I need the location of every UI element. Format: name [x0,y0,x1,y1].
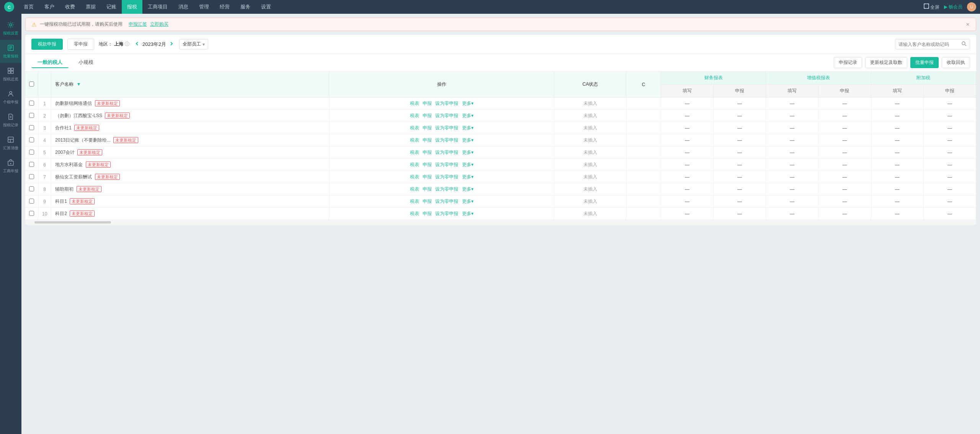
tab-small-scale[interactable]: 小规模 [72,57,100,68]
op-more-6[interactable]: 更多▾ [462,174,474,179]
tab-tax-declare[interactable]: 税款申报 [31,39,63,50]
sidebar-item-calc-clear[interactable]: 汇算清缴 [0,132,21,155]
search-icon[interactable] [961,41,967,47]
row-checkbox-3[interactable] [29,137,34,142]
op-taxform-3[interactable]: 税表 [410,137,419,143]
nav-message[interactable]: 消息 [173,0,194,14]
op-taxform-6[interactable]: 税表 [410,174,419,179]
row-checkbox-2[interactable] [29,125,34,130]
collect-return-btn[interactable]: 收取回执 [942,57,970,68]
fullscreen-btn[interactable]: 全屏 [924,3,939,11]
tab-general-taxpayer[interactable]: 一般的税人 [31,57,69,68]
nav-invoice[interactable]: 票据 [80,0,101,14]
row-checkbox-5[interactable] [29,162,34,167]
op-declare-6[interactable]: 申报 [423,174,432,179]
op-declare-1[interactable]: 申报 [423,113,432,118]
op-zerodeclare-8[interactable]: 设为零申报 [435,199,458,204]
update-quota-btn[interactable]: 更新核定及取数 [865,57,907,68]
row-checkbox-9[interactable] [29,211,34,216]
op-declare-8[interactable]: 申报 [423,199,432,204]
op-taxform-7[interactable]: 税表 [410,186,419,192]
op-zerodeclare-6[interactable]: 设为零申报 [435,174,458,179]
op-declare-7[interactable]: 申报 [423,186,432,192]
avatar[interactable]: U [967,2,976,11]
row-checkbox-7[interactable] [29,186,34,191]
main-panel: 税款申报 零申报 地区： 上海 ⓘ 2023年2月 [25,35,976,225]
sidebar-item-tax-settings[interactable]: 报税设置 [0,17,21,40]
op-taxform-2[interactable]: 税表 [410,125,419,131]
op-more-3[interactable]: 更多▾ [462,137,474,143]
op-zerodeclare-4[interactable]: 设为零申报 [435,150,458,155]
nav-client[interactable]: 客户 [39,0,60,14]
op-declare-4[interactable]: 申报 [423,150,432,155]
row-checkbox-0[interactable] [29,101,34,106]
row-checkbox-6[interactable] [29,174,34,179]
row-checkbox-1[interactable] [29,113,34,118]
nav-home[interactable]: 首页 [18,0,39,14]
sort-icon[interactable]: ▼ [77,82,81,87]
op-more-4[interactable]: 更多▾ [462,150,474,155]
op-declare-0[interactable]: 申报 [423,101,432,106]
unverified-tag-5: 未更新核定 [86,162,111,168]
sidebar-item-personal-tax[interactable]: 个税申报 [0,86,21,109]
op-taxform-4[interactable]: 税表 [410,150,419,155]
op-taxform-8[interactable]: 税表 [410,199,419,204]
op-more-7[interactable]: 更多▾ [462,186,474,192]
op-zerodeclare-1[interactable]: 设为零申报 [435,113,458,118]
nav-service[interactable]: 服务 [235,0,256,14]
row-vat-declare-0: — [818,98,871,110]
op-zerodeclare-3[interactable]: 设为零申报 [435,137,458,143]
sidebar-item-biz-annual[interactable]: 工商年报 [0,155,21,178]
nav-tax[interactable]: 报税 [122,0,142,14]
op-more-8[interactable]: 更多▾ [462,199,474,204]
th-vat-group: 增值税报表 [766,72,871,85]
sidebar-item-tax-record[interactable]: 报税记录 [0,109,21,132]
op-zerodeclare-2[interactable]: 设为零申报 [435,125,458,131]
select-all-checkbox[interactable] [29,82,34,86]
op-zerodeclare-5[interactable]: 设为零申报 [435,162,458,167]
op-more-1[interactable]: 更多▾ [462,113,474,118]
search-input[interactable] [898,42,960,47]
nav-biz-project[interactable]: 工商项目 [142,0,173,14]
op-taxform-1[interactable]: 税表 [410,113,419,118]
row-checkbox-8[interactable] [29,199,34,204]
op-declare-9[interactable]: 申报 [423,211,432,216]
op-zerodeclare-9[interactable]: 设为零申报 [435,211,458,216]
next-date-btn[interactable] [168,41,175,48]
op-zerodeclare-0[interactable]: 设为零申报 [435,101,458,106]
op-declare-3[interactable]: 申报 [423,137,432,143]
tab-zero-declare[interactable]: 零申报 [67,39,94,50]
op-more-2[interactable]: 更多▾ [462,125,474,131]
op-more-0[interactable]: 更多▾ [462,101,474,106]
op-taxform-0[interactable]: 税表 [410,101,419,106]
more-chevron-9: ▾ [471,211,474,216]
sidebar-item-tax-overview[interactable]: 报税总览 [0,63,21,86]
nav-settings[interactable]: 设置 [256,0,276,14]
op-declare-2[interactable]: 申报 [423,125,432,131]
nav-billing[interactable]: 收费 [60,0,80,14]
banner-text: 一键报税功能已过试用期，请购买后使用 [40,21,122,28]
nav-operations[interactable]: 经营 [214,0,235,14]
op-taxform-5[interactable]: 税表 [410,162,419,167]
op-more-9[interactable]: 更多▾ [462,211,474,216]
nav-bookkeeping[interactable]: 记账 [101,0,122,14]
sidebar-item-batch-tax[interactable]: 批量报税 [0,40,21,63]
row-checkbox-4[interactable] [29,150,34,155]
row-ops-1: 税表 申报 设为零申报 更多▾ [329,110,554,122]
op-declare-5[interactable]: 申报 [423,162,432,167]
batch-declare-btn[interactable]: 批量申报 [910,57,939,68]
report-link[interactable]: 申报汇签 [129,21,147,28]
scrollbar-thumb[interactable] [34,221,111,224]
logo[interactable]: C [4,2,15,12]
banner-close-btn[interactable]: ✕ [966,22,970,27]
op-zerodeclare-7[interactable]: 设为零申报 [435,186,458,192]
op-taxform-9[interactable]: 税表 [410,211,419,216]
prev-date-btn[interactable] [134,41,140,48]
data-table: 客户名称 ▼ 操作 CA状态 C 财务报表 增值税报表 附加税 填写 [25,72,976,220]
op-more-5[interactable]: 更多▾ [462,162,474,167]
member-btn[interactable]: ▶ 畅会员 [944,4,962,10]
staff-select[interactable]: 全部员工 ▾ [179,39,208,49]
declare-record-btn[interactable]: 申报记录 [834,57,862,68]
nav-manage[interactable]: 管理 [194,0,214,14]
buy-link[interactable]: 立即购买 [150,21,168,28]
